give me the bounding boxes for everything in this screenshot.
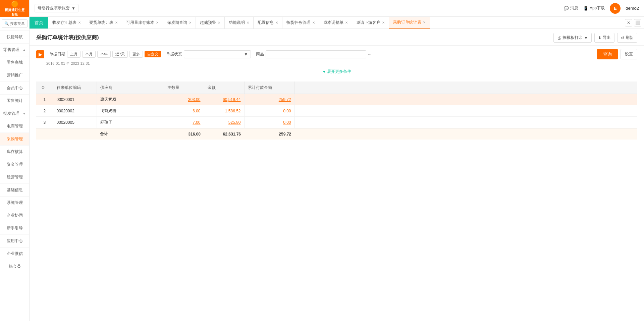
tab-config[interactable]: 配置信息 ✕ — [254, 17, 282, 29]
footer-qty: 316.00 — [164, 128, 204, 140]
tab-maximize-button[interactable]: ⬜ — [634, 19, 641, 26]
more-options-icon[interactable]: ··· — [368, 52, 371, 57]
refresh-button[interactable]: ↺ 刷新 — [617, 33, 637, 43]
tab-close-icon[interactable]: ✕ — [115, 21, 118, 24]
search-label: 搜索英单 — [10, 21, 25, 26]
tab-label: 超储预警 — [200, 20, 216, 25]
tab-purchase-stats[interactable]: 采购订单统计表 ✕ — [389, 17, 430, 29]
tab-close-icon[interactable]: ✕ — [156, 21, 159, 24]
sidebar-item-system[interactable]: 系统管理 — [0, 197, 29, 209]
finance-label: 资金管理 — [7, 162, 23, 167]
row-qty[interactable]: 6.00 — [164, 105, 204, 117]
shortcut-this-month[interactable]: 本月 — [82, 51, 96, 58]
shortcut-7days[interactable]: 近7天 — [112, 51, 128, 58]
row-paid[interactable]: 0.00 — [244, 117, 294, 128]
tab-label: 配置信息 — [258, 20, 274, 25]
tab-pick-task[interactable]: 拣货任务管理 ✕ — [282, 17, 319, 29]
tab-order-stats[interactable]: 要货单统计表 ✕ — [85, 17, 122, 29]
table-footer-row: 合计 316.00 62,631.76 259.72 — [36, 128, 637, 140]
tab-close-icon[interactable]: ✕ — [423, 20, 426, 24]
tab-overstock[interactable]: 超储预警 ✕ — [196, 17, 225, 29]
tab-available-inv[interactable]: 可用量库存账本 ✕ — [122, 17, 163, 29]
search-button[interactable]: 🔍 搜索英单 — [2, 19, 28, 28]
tab-close-icon[interactable]: ✕ — [275, 21, 278, 24]
row-paid[interactable]: 259.72 — [244, 94, 294, 105]
row-amount[interactable]: 525.80 — [204, 117, 244, 128]
user-avatar[interactable]: E — [610, 3, 621, 14]
footer-label: 合计 — [97, 128, 164, 140]
sidebar-item-inventory[interactable]: 库存核算 — [0, 146, 29, 158]
shortcut-more[interactable]: 更多 — [129, 51, 143, 58]
sidebar-item-wholesale[interactable]: 批发管理 ▼ — [0, 107, 29, 120]
page-container: 采购订单统计表(按供应商) 🖨 按模板打印 ▼ ⬇ 导出 ↺ 刷新 — [30, 29, 644, 321]
app-download-button[interactable]: 📱 App下载 — [583, 5, 605, 11]
sidebar-item-retailstats[interactable]: 零售统计 — [0, 95, 29, 107]
workspace-label: 母婴行业演示账套 — [38, 5, 70, 11]
filter-goods-item: 商品 ··· — [256, 50, 371, 58]
column-settings-icon[interactable]: ⚙ — [40, 84, 46, 91]
tab-close-icon[interactable]: ✕ — [189, 21, 192, 24]
custom-date-badge[interactable]: 自定义 — [145, 51, 161, 57]
search-icon: 🔍 — [4, 21, 9, 26]
tab-close-icon[interactable]: ✕ — [312, 21, 315, 24]
footer-empty — [36, 128, 53, 140]
tab-expiry-query[interactable]: 保质期查询 ✕ — [163, 17, 196, 29]
tab-home-label: 首页 — [35, 20, 43, 26]
tab-home[interactable]: 首页 — [30, 17, 48, 29]
date-shortcuts: 上月 本月 本年 近7天 更多 自定义 — [67, 51, 161, 58]
sidebar-item-apps[interactable]: 应用中心 — [0, 235, 29, 248]
sidebar-item-changhui[interactable]: 畅会员 — [0, 260, 29, 273]
goods-input[interactable] — [266, 50, 366, 58]
shortcut-this-year[interactable]: 本年 — [97, 51, 111, 58]
page-header: 采购订单统计表(按供应商) 🖨 按模板打印 ▼ ⬇ 导出 ↺ 刷新 — [30, 29, 644, 46]
tab-close-icon[interactable]: ✕ — [78, 21, 81, 24]
tab-close-icon[interactable]: ✕ — [345, 21, 348, 24]
app-logo[interactable]: 🟠 畅捷通好生意 标版 — [0, 0, 29, 17]
message-button[interactable]: 💬 消息 — [564, 5, 578, 11]
retail-label: 零售管理 — [3, 47, 19, 53]
tab-collect-pay[interactable]: 收发存汇总表 ✕ — [48, 17, 85, 29]
sidebar-item-guide[interactable]: 新手引导 — [0, 222, 29, 235]
shortcut-last-month[interactable]: 上月 — [67, 51, 80, 58]
tab-close-icon[interactable]: ✕ — [247, 21, 249, 24]
sidebar-item-operations[interactable]: 经营管理 — [0, 171, 29, 184]
data-table: ⚙ 往来单位编码 供应商 主数量 金额 累计付款金额 1 — [36, 82, 637, 140]
tab-invite-down[interactable]: 邀请下游客户 ✕ — [352, 17, 389, 29]
row-code: 00020001 — [53, 94, 97, 105]
sidebar-item-basic[interactable]: 基础信息 — [0, 184, 29, 197]
tab-func-desc[interactable]: 功能说明 ✕ — [225, 17, 254, 29]
tab-close-icon[interactable]: ✕ — [382, 21, 385, 24]
sidebar-item-enterprise[interactable]: 企业协同 — [0, 209, 29, 222]
setting-button[interactable]: 设置 — [621, 49, 637, 59]
workspace-selector[interactable]: 母婴行业演示账套 ▼ — [35, 4, 78, 12]
sidebar-item-quicknav[interactable]: 快捷导航 — [0, 31, 29, 44]
col-header-settings: ⚙ — [36, 82, 53, 94]
sidebar-item-purchase[interactable]: 采购管理 — [0, 133, 29, 146]
row-qty[interactable]: 7.00 — [164, 117, 204, 128]
chevron-up-icon: ▲ — [22, 48, 26, 52]
tab-cost-adjust[interactable]: 成本调整单 ✕ — [319, 17, 352, 29]
sidebar-item-retailshop[interactable]: 零售商城 — [0, 56, 29, 69]
sidebar-item-retail[interactable]: 零售管理 ▲ — [0, 44, 29, 56]
sidebar-item-member[interactable]: 会员中心 — [0, 82, 29, 95]
export-button[interactable]: ⬇ 导出 — [594, 33, 614, 43]
print-button[interactable]: 🖨 按模板打印 ▼ — [553, 33, 592, 43]
query-button[interactable]: 查询 — [597, 49, 618, 59]
expand-conditions-button[interactable]: ▼ 展开更多条件 — [322, 69, 352, 74]
row-qty[interactable]: 303.00 — [164, 94, 204, 105]
tab-close-icon[interactable]: ✕ — [218, 21, 220, 24]
row-amount[interactable]: 1,586.52 — [204, 105, 244, 117]
sidebar-item-marketing[interactable]: 营销推广 — [0, 69, 29, 82]
filter-toggle-button[interactable]: ▶ — [36, 50, 44, 58]
row-extra — [294, 94, 637, 105]
system-label: 系统管理 — [7, 200, 23, 206]
sidebar-item-finance[interactable]: 资金管理 — [0, 158, 29, 171]
footer-paid: 259.72 — [244, 128, 294, 140]
ecommerce-label: 电商管理 — [7, 123, 23, 129]
sidebar-item-wechat[interactable]: 企业微信 — [0, 248, 29, 260]
sidebar-item-ecommerce[interactable]: 电商管理 — [0, 120, 29, 133]
row-paid[interactable]: 0.00 — [244, 105, 294, 117]
status-select[interactable]: ▼ — [184, 50, 251, 58]
tab-close-all-button[interactable]: ✕ — [625, 19, 632, 26]
row-amount[interactable]: 60,519.44 — [204, 94, 244, 105]
